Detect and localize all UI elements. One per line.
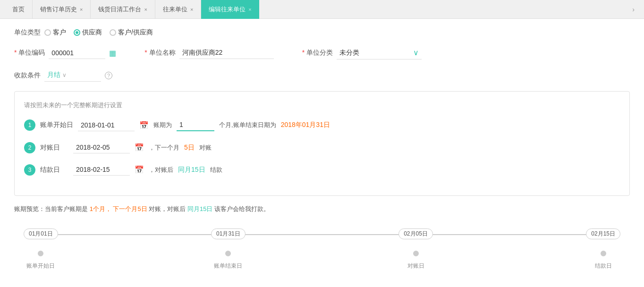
unit-name-input[interactable] <box>179 47 274 59</box>
tab-home[interactable]: 首页 <box>5 0 33 19</box>
unit-category-label: 单位分类 <box>302 49 333 57</box>
period-suffix-2c: 对账 <box>199 144 212 152</box>
period-row-3: 3 结款日 📅 ，对账后 同月15日 结款 <box>24 164 615 176</box>
unit-info-row: 单位编码 ▦ 单位名称 单位分类 未分类 ∨ <box>14 46 630 59</box>
preview-part1: 1个月， <box>90 205 111 212</box>
unit-type-row: 单位类型 客户 供应商 客户/供应商 <box>14 28 630 37</box>
period-suffix-1b: 个月,账单结束日期为 <box>219 121 276 129</box>
period-box: 请按照未来的一个完整帐期进行设置 1 账单开始日 📅 账期为 个月,账单结束日期… <box>14 91 630 196</box>
unit-category-arrow-icon: ∨ <box>413 48 419 57</box>
period-suffix-1a: 账期为 <box>153 121 172 129</box>
tab-sales-history-close[interactable]: × <box>80 7 83 12</box>
timeline-point-2: 01月31日 账单结束日 <box>211 228 246 270</box>
period-suffix-3a: ，对账后 <box>149 166 173 174</box>
timeline-tag-1: 01月01日 <box>24 228 58 239</box>
period-end-date: 2018年01月31日 <box>281 121 330 129</box>
period-num-3: 3 <box>24 164 35 176</box>
payment-condition-group: 收款条件 月结 ∨ ? <box>14 69 112 82</box>
timeline-dot-2 <box>225 251 231 256</box>
period-hint: 请按照未来的一个完整帐期进行设置 <box>24 101 615 110</box>
radio-supplier-label: 供应商 <box>82 28 102 37</box>
timeline-dot-3 <box>413 251 419 256</box>
period-date-2[interactable] <box>73 142 130 153</box>
period-row-1: 1 账单开始日 📅 账期为 个月,账单结束日期为 2018年01月31日 <box>24 119 615 131</box>
unit-category-value: 未分类 <box>339 49 411 57</box>
unit-type-label: 单位类型 <box>14 28 41 37</box>
period-row-2: 2 对账日 📅 ，下一个月5日 对账 <box>24 142 615 153</box>
period-suffix-2a: ，下一个月 <box>149 144 179 152</box>
payment-condition-arrow-icon: ∨ <box>62 72 67 78</box>
tab-edit-partner-close[interactable]: × <box>248 7 251 12</box>
timeline-tag-3: 02月05日 <box>398 228 433 239</box>
timeline-dot-4 <box>601 251 606 256</box>
period-date-1[interactable] <box>78 119 135 131</box>
unit-name-label: 单位名称 <box>144 49 175 57</box>
tab-partner-label: 往来单位 <box>163 5 187 14</box>
payment-condition-label: 收款条件 <box>14 71 41 80</box>
period-label-2: 对账日 <box>40 144 68 152</box>
period-date-3[interactable] <box>73 164 130 176</box>
unit-category-dropdown[interactable]: 未分类 ∨ <box>337 46 422 59</box>
payment-condition-dropdown[interactable]: 月结 ∨ <box>44 69 101 82</box>
radio-both-label: 客户/供应商 <box>118 28 153 37</box>
timeline-dot-1 <box>38 251 43 256</box>
timeline-sublabel-3: 对账日 <box>407 262 424 270</box>
period-cal-2[interactable]: 📅 <box>135 143 144 152</box>
tab-bar: 首页 销售订单历史 × 钱货日清工作台 × 往来单位 × 编辑往来单位 × › <box>0 0 644 19</box>
tab-partner[interactable]: 往来单位 × <box>155 0 201 19</box>
tab-home-label: 首页 <box>12 5 25 14</box>
tab-sales-history-label: 销售订单历史 <box>40 5 77 14</box>
tab-sales-history[interactable]: 销售订单历史 × <box>33 0 91 19</box>
preview-part4: 同月15日 <box>187 205 212 212</box>
preview-text: 账期预览：当前客户账期是 1个月， 下一个月5日 对账，对账后 同月15日 该客… <box>14 203 630 214</box>
help-icon[interactable]: ? <box>105 72 112 79</box>
tab-partner-close[interactable]: × <box>190 7 193 12</box>
tab-edit-partner-label: 编辑往来单位 <box>209 5 246 14</box>
period-label-1: 账单开始日 <box>40 121 73 129</box>
preview-label: 账期预览：当前客户账期是 <box>14 205 88 212</box>
timeline: 01月01日 账单开始日 01月31日 账单结束日 02月05日 对账日 02月… <box>14 224 630 270</box>
radio-customer-label: 客户 <box>53 28 66 37</box>
timeline-point-3: 02月05日 对账日 <box>398 228 433 270</box>
tab-cash-work-close[interactable]: × <box>144 7 147 12</box>
radio-customer[interactable]: 客户 <box>44 28 66 37</box>
timeline-sublabel-1: 账单开始日 <box>26 262 55 270</box>
timeline-tag-2: 01月31日 <box>211 228 246 239</box>
unit-name-group: 单位名称 <box>144 47 273 59</box>
radio-group: 客户 供应商 客户/供应商 <box>44 28 153 37</box>
content-area: 单位类型 客户 供应商 客户/供应商 单位编码 ▦ <box>0 19 644 287</box>
period-month-input[interactable] <box>177 119 214 131</box>
tab-edit-partner[interactable]: 编辑往来单位 × <box>201 0 259 19</box>
unit-code-input[interactable] <box>49 47 105 59</box>
unit-type-group: 单位类型 客户 供应商 客户/供应商 <box>14 28 153 37</box>
timeline-tag-4: 02月15日 <box>586 228 620 239</box>
payment-condition-value: 月结 <box>47 71 60 79</box>
payment-condition-row: 收款条件 月结 ∨ ? <box>14 69 630 82</box>
tab-more-button[interactable]: › <box>627 6 639 13</box>
period-cal-3[interactable]: 📅 <box>135 165 144 174</box>
radio-supplier-circle <box>74 29 80 36</box>
period-num-2: 2 <box>24 142 35 153</box>
timeline-point-4: 02月15日 结款日 <box>586 228 620 270</box>
timeline-sublabel-2: 账单结束日 <box>214 262 242 270</box>
tab-cash-work[interactable]: 钱货日清工作台 × <box>91 0 155 19</box>
period-cal-1[interactable]: 📅 <box>139 121 149 130</box>
radio-supplier[interactable]: 供应商 <box>74 28 102 37</box>
preview-part5: 该客户会给我打款。 <box>214 205 270 212</box>
tab-cash-work-label: 钱货日清工作台 <box>98 5 141 14</box>
preview-part3: 对账，对账后 <box>149 205 186 212</box>
period-suffix-3b: 同月15日 <box>178 166 205 174</box>
unit-code-icon[interactable]: ▦ <box>109 49 116 58</box>
timeline-sublabel-4: 结款日 <box>595 262 612 270</box>
unit-category-group: 单位分类 未分类 ∨ <box>302 46 422 59</box>
period-suffix-2b: 5日 <box>184 144 195 152</box>
radio-both[interactable]: 客户/供应商 <box>110 28 153 37</box>
period-label-3: 结款日 <box>40 166 68 174</box>
period-suffix-3c: 结款 <box>210 166 222 174</box>
timeline-point-1: 01月01日 账单开始日 <box>24 228 58 270</box>
timeline-points: 01月01日 账单开始日 01月31日 账单结束日 02月05日 对账日 02月… <box>24 228 620 270</box>
radio-both-circle <box>110 29 116 36</box>
unit-code-label: 单位编码 <box>14 49 45 57</box>
preview-part2: 下一个月5日 <box>113 205 147 212</box>
radio-customer-circle <box>44 29 51 36</box>
